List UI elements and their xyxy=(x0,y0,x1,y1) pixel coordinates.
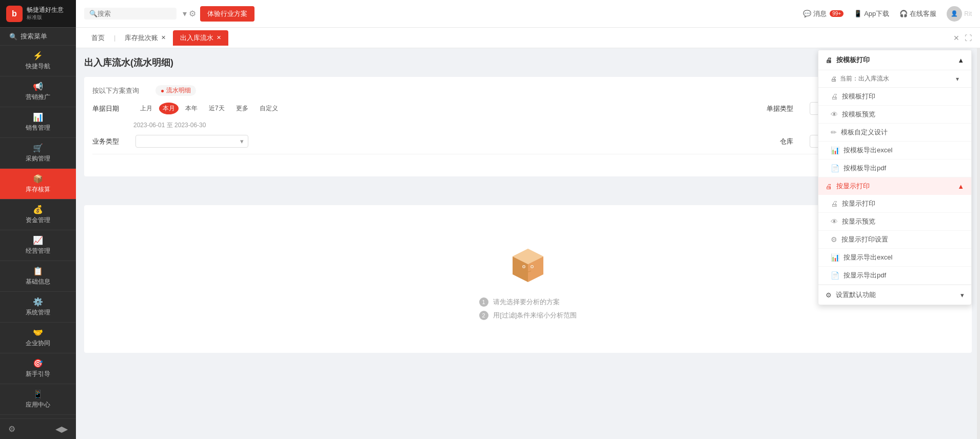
dropdown-item-template-pdf[interactable]: 📄 按模板导出pdf xyxy=(818,159,971,177)
tab-inout-flow[interactable]: 出入库流水 ✕ xyxy=(173,30,228,46)
tab-batch-account-label: 库存批次账 xyxy=(125,33,158,43)
topbar-search-box[interactable]: 🔍 xyxy=(84,8,177,19)
biz-type-select[interactable]: ▾ xyxy=(135,135,248,148)
marketing-icon: 📢 xyxy=(33,82,43,91)
topbar-search-icon: 🔍 xyxy=(89,10,97,17)
dropdown-collapse-icon[interactable]: ▲ xyxy=(957,56,964,64)
purchase-icon: 🛒 xyxy=(33,143,43,153)
date-btn-custom[interactable]: 自定义 xyxy=(255,103,283,114)
dropdown-arrow-icon[interactable]: ▾ xyxy=(183,9,187,18)
dropdown-item-template-excel[interactable]: 📊 按模板导出excel xyxy=(818,142,971,159)
dropdown-header[interactable]: 🖨 按模板打印 ▲ xyxy=(818,50,971,70)
current-arrow-icon[interactable]: ▾ xyxy=(956,75,959,83)
template-preview-label: 按模板预览 xyxy=(842,110,875,119)
search-input[interactable] xyxy=(97,10,149,17)
sidebar-item-purchase[interactable]: 🛒 采购管理 xyxy=(0,138,76,169)
date-filter-buttons: 上月 本月 本年 近7天 更多 自定义 xyxy=(135,103,283,114)
basic-icon: 📋 xyxy=(33,266,43,276)
svg-point-7 xyxy=(532,266,533,268)
filter-tag-icon: ● xyxy=(161,87,164,94)
tip-num-1: 1 xyxy=(479,297,488,307)
sidebar-item-marketing[interactable]: 📢 营销推广 xyxy=(0,76,76,107)
sidebar-bottom: ⚙ ◀▶ xyxy=(0,418,76,439)
message-badge: 99+ xyxy=(830,10,844,17)
online-service-button[interactable]: 🎧 在线客服 xyxy=(899,9,936,18)
template-print-label: 按模板打印 xyxy=(842,92,875,101)
dropdown-item-display-preview[interactable]: 👁 按显示预览 xyxy=(818,213,971,231)
sidebar-item-label: 应用中心 xyxy=(26,401,50,409)
empty-tips: 1 请先选择要分析的方案 2 用[过滤]条件来缩小分析范围 xyxy=(479,295,577,322)
dropdown-item-template-design[interactable]: ✏ 模板自定义设计 xyxy=(818,124,971,142)
dropdown-item-template-print[interactable]: 🖨 按模板打印 xyxy=(818,88,971,106)
type-label: 单据类型 xyxy=(767,104,793,113)
dropdown-item-display-settings[interactable]: ⚙ 按显示打印设置 xyxy=(818,231,971,249)
biz-type-arrow: ▾ xyxy=(240,137,244,145)
sidebar-item-quick-nav[interactable]: ⚡ 快捷导航 xyxy=(0,46,76,76)
dropdown-footer[interactable]: ⚙ 设置默认功能 ▾ xyxy=(818,285,971,305)
empty-tip-1: 请先选择要分析的方案 xyxy=(493,298,560,306)
user-avatar-button[interactable]: 👤 Rit xyxy=(947,6,972,22)
display-pdf-icon: 📄 xyxy=(831,271,839,280)
tab-home[interactable]: 首页 xyxy=(84,30,112,46)
dropdown-display-section-header[interactable]: 🖨 按显示打印 ▲ xyxy=(818,177,971,195)
tab-close-batch-account[interactable]: ✕ xyxy=(161,34,166,41)
dropdown-item-display-pdf[interactable]: 📄 按显示导出pdf xyxy=(818,267,971,285)
date-btn-this-year[interactable]: 本年 xyxy=(181,103,202,114)
tab-close-inout-flow[interactable]: ✕ xyxy=(217,34,221,41)
sidebar-item-system[interactable]: ⚙️ 系统管理 xyxy=(0,292,76,323)
appcenter-icon: 📱 xyxy=(33,389,43,399)
display-section-icon: 🖨 xyxy=(826,183,832,190)
inventory-icon: 📦 xyxy=(33,174,43,184)
sidebar-search[interactable]: 🔍 搜索菜单 xyxy=(0,28,76,46)
display-excel-icon: 📊 xyxy=(831,253,839,262)
collapse-sidebar-icon[interactable]: ◀▶ xyxy=(55,424,68,434)
tab-expand-button[interactable]: ⛶ xyxy=(965,34,972,42)
sidebar-nav: ⚡ 快捷导航 📢 营销推广 📊 销售管理 🛒 采购管理 📦 库存核算 💰 资金管… xyxy=(0,46,76,418)
app-version: 标准版 xyxy=(27,14,64,21)
tab-batch-account[interactable]: 库存批次账 ✕ xyxy=(117,30,173,46)
sidebar-item-sales[interactable]: 📊 销售管理 xyxy=(0,107,76,138)
display-preview-icon: 👁 xyxy=(831,217,838,226)
sidebar-item-label: 营销推广 xyxy=(26,93,50,102)
sidebar-item-finance[interactable]: 💰 资金管理 xyxy=(0,199,76,230)
quick-nav-icon: ⚡ xyxy=(33,51,43,61)
sidebar-item-basic[interactable]: 📋 基础信息 xyxy=(0,261,76,292)
template-print-icon: 🖨 xyxy=(831,92,838,101)
username-label: Rit xyxy=(964,10,972,17)
tab-close-window-button[interactable]: ✕ xyxy=(953,34,959,42)
dropdown-title: 按模板打印 xyxy=(836,55,870,65)
footer-label: 设置默认功能 xyxy=(836,290,876,300)
app-download-button[interactable]: 📱 App下载 xyxy=(854,9,889,18)
date-btn-more[interactable]: 更多 xyxy=(231,103,253,114)
sidebar-item-operations[interactable]: 📈 经营管理 xyxy=(0,230,76,261)
sidebar-item-newbie[interactable]: 🎯 新手引导 xyxy=(0,353,76,384)
settings-gear-icon[interactable]: ⚙ xyxy=(189,9,196,18)
empty-icon xyxy=(502,236,554,287)
date-btn-7days[interactable]: 近7天 xyxy=(204,103,229,114)
active-filter-tag[interactable]: ● 流水明细 xyxy=(155,85,196,96)
date-btn-last-month[interactable]: 上月 xyxy=(135,103,157,114)
template-pdf-label: 按模板导出pdf xyxy=(844,164,886,173)
sidebar-item-label: 采购管理 xyxy=(26,154,50,163)
sidebar-item-cooperation[interactable]: 🤝 企业协同 xyxy=(0,323,76,353)
sidebar-item-appcenter[interactable]: 📱 应用中心 xyxy=(0,384,76,415)
resize-handle[interactable] xyxy=(977,48,980,439)
settings-icon[interactable]: ⚙ xyxy=(8,424,15,434)
dropdown-item-template-preview[interactable]: 👁 按模板预览 xyxy=(818,106,971,124)
service-icon: 🎧 xyxy=(899,10,908,17)
dropdown-item-display-excel[interactable]: 📊 按显示导出excel xyxy=(818,249,971,267)
footer-arrow-icon: ▾ xyxy=(961,291,964,299)
display-section-arrow[interactable]: ▲ xyxy=(957,183,964,190)
message-button[interactable]: 💬 消息 99+ xyxy=(803,9,844,18)
sidebar-item-wechat[interactable]: 💬 企业微信 xyxy=(0,415,76,418)
tab-home-label: 首页 xyxy=(91,33,105,43)
topbar: 🔍 ▾ ⚙ 体验行业方案 💬 消息 99+ 📱 App下载 🎧 在线客服 👤 R… xyxy=(76,0,980,28)
display-print-icon: 🖨 xyxy=(831,199,838,208)
sidebar-item-label: 企业协同 xyxy=(26,339,50,348)
footer-settings-icon: ⚙ xyxy=(826,291,832,299)
date-btn-this-month[interactable]: 本月 xyxy=(159,103,179,114)
sidebar-item-inventory[interactable]: 📦 库存核算 xyxy=(0,169,76,199)
industry-solution-button[interactable]: 体验行业方案 xyxy=(200,6,254,22)
dropdown-item-display-print[interactable]: 🖨 按显示打印 xyxy=(818,195,971,213)
system-icon: ⚙️ xyxy=(33,297,43,307)
